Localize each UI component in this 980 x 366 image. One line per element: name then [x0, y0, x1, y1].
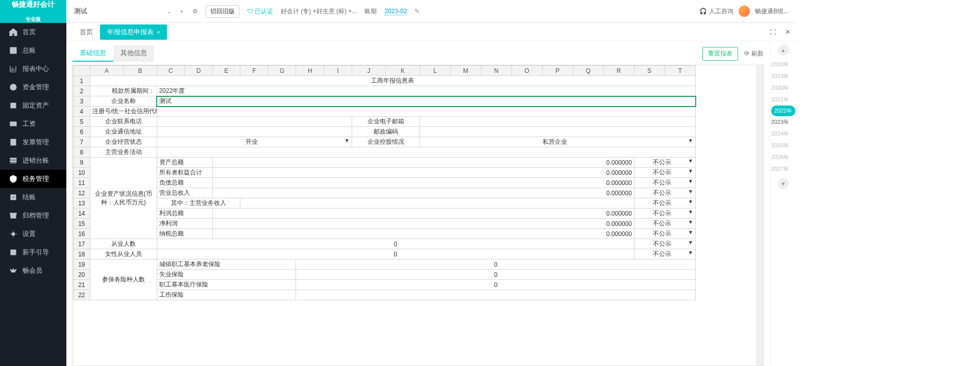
- row-header[interactable]: 22: [74, 290, 90, 300]
- row-header[interactable]: 6: [74, 127, 90, 137]
- scrollbar[interactable]: [756, 65, 763, 365]
- gear-icon[interactable]: ⚙: [192, 8, 198, 15]
- tab-annual-report[interactable]: 年报信息申报表×: [100, 24, 167, 40]
- col-header[interactable]: L: [420, 66, 450, 76]
- row-header[interactable]: 14: [74, 208, 90, 219]
- sidebar-item-salary[interactable]: 工资: [0, 115, 66, 133]
- year-2021年[interactable]: 2021年: [771, 94, 795, 106]
- year-rail: ▲ 2018年2019年2020年2021年2022年2023年2024年202…: [770, 41, 796, 366]
- headset-icon: 🎧: [699, 8, 707, 15]
- col-header[interactable]: G: [268, 66, 296, 76]
- sheet-title[interactable]: 工商年报信息表: [90, 76, 695, 86]
- expand-icon[interactable]: ⛶: [770, 29, 776, 36]
- refresh-icon: ⟳: [744, 50, 749, 57]
- sub-tab-other[interactable]: 其他信息: [113, 45, 154, 62]
- period-value[interactable]: 2023-02: [384, 8, 407, 15]
- customer-service-link[interactable]: 🎧 人工咨询: [699, 7, 733, 16]
- year-2020年[interactable]: 2020年: [771, 82, 795, 94]
- switch-old-button[interactable]: 切回旧版: [206, 5, 239, 18]
- row-header[interactable]: 10: [74, 168, 90, 178]
- col-header[interactable]: J: [352, 66, 386, 76]
- year-2018年[interactable]: 2018年: [771, 59, 795, 70]
- row-header[interactable]: 20: [74, 270, 90, 280]
- year-up-icon[interactable]: ▲: [778, 44, 789, 56]
- col-header[interactable]: Q: [573, 66, 603, 76]
- row-header[interactable]: 16: [74, 229, 90, 239]
- col-header[interactable]: O: [511, 66, 542, 76]
- sidebar-item-settings[interactable]: 设置: [0, 225, 66, 243]
- row-header[interactable]: 8: [74, 147, 90, 158]
- certified-badge: 🛡 已认证: [247, 7, 273, 16]
- col-header[interactable]: T: [665, 66, 695, 76]
- row-header[interactable]: 12: [74, 188, 90, 198]
- year-2023年[interactable]: 2023年: [771, 116, 795, 128]
- sidebar-item-tax[interactable]: 税务管理: [0, 170, 66, 188]
- tab-home[interactable]: 首页: [72, 23, 100, 41]
- tabs-close-icon[interactable]: ×: [786, 28, 790, 37]
- year-2019年[interactable]: 2019年: [771, 70, 795, 82]
- row-header[interactable]: 15: [74, 219, 90, 229]
- sidebar-item-home[interactable]: 首页: [0, 23, 66, 41]
- asset-icon: [9, 101, 17, 110]
- period-label: 账期: [364, 7, 377, 16]
- row-header[interactable]: 5: [74, 117, 90, 127]
- col-header[interactable]: E: [212, 66, 240, 76]
- row-header[interactable]: 19: [74, 259, 90, 270]
- col-header[interactable]: F: [240, 66, 268, 76]
- row-header[interactable]: 9: [74, 158, 90, 168]
- sub-tab-basic[interactable]: 基础信息: [72, 45, 113, 62]
- company-select[interactable]: 测试 ⌄: [74, 7, 171, 16]
- col-header[interactable]: A: [90, 66, 123, 76]
- refresh-button[interactable]: ⟳ 刷新: [744, 49, 764, 58]
- sidebar-item-vip[interactable]: 畅会员: [0, 262, 66, 280]
- year-down-icon[interactable]: ▼: [778, 178, 789, 189]
- row-header[interactable]: 2: [74, 86, 90, 96]
- avatar[interactable]: [739, 6, 750, 17]
- sidebar-item-archive[interactable]: 归档管理: [0, 206, 66, 225]
- sidebar-item-stock[interactable]: 进销台账: [0, 151, 66, 170]
- row-header[interactable]: 1: [74, 76, 90, 86]
- row-header[interactable]: 21: [74, 280, 90, 290]
- col-header[interactable]: R: [603, 66, 634, 76]
- sidebar-item-guide[interactable]: 新手引导: [0, 243, 66, 262]
- row-header[interactable]: 3: [74, 96, 90, 107]
- brand-logo: 畅捷通好会计 专业版: [0, 0, 66, 23]
- col-header[interactable]: M: [450, 66, 481, 76]
- period-edit-icon[interactable]: ✎: [414, 8, 420, 15]
- sidebar-item-chart[interactable]: 报表中心: [0, 60, 66, 78]
- col-header[interactable]: B: [124, 66, 157, 76]
- col-header[interactable]: H: [296, 66, 324, 76]
- stock-icon: [9, 156, 17, 165]
- year-2027年[interactable]: 2027年: [771, 163, 795, 175]
- row-header[interactable]: 18: [74, 249, 90, 259]
- row-header[interactable]: 11: [74, 178, 90, 188]
- spreadsheet[interactable]: ABCDEFGHIJKLMNOPQRST1工商年报信息表2税款所属期间：2022…: [72, 65, 764, 366]
- year-2026年[interactable]: 2026年: [771, 151, 795, 163]
- col-header[interactable]: N: [481, 66, 511, 76]
- col-header[interactable]: C: [157, 66, 185, 76]
- col-header[interactable]: D: [185, 66, 213, 76]
- company-name-cell[interactable]: 测试: [157, 96, 695, 107]
- sidebar-item-close[interactable]: 结账: [0, 188, 66, 206]
- row-header[interactable]: 13: [74, 198, 90, 208]
- col-header[interactable]: S: [634, 66, 665, 76]
- close-icon[interactable]: ×: [157, 29, 160, 35]
- reset-report-button[interactable]: 重置报表: [702, 47, 738, 61]
- col-header[interactable]: K: [386, 66, 420, 76]
- sidebar-item-fund[interactable]: 资金管理: [0, 78, 66, 96]
- col-header[interactable]: [74, 66, 90, 76]
- sidebar-item-ledger[interactable]: 总账: [0, 41, 66, 60]
- sidebar-item-invoice[interactable]: 发票管理: [0, 133, 66, 151]
- topbar: 测试 ⌄ ＋ ⚙ 切回旧版 🛡 已认证 好会计 (专) +好生意 (标) +..…: [66, 0, 796, 23]
- col-header[interactable]: P: [542, 66, 573, 76]
- row-header[interactable]: 7: [74, 137, 90, 147]
- year-2022年[interactable]: 2022年: [771, 106, 795, 116]
- user-name[interactable]: 畅捷通B组...: [755, 7, 789, 16]
- year-2024年[interactable]: 2024年: [771, 128, 795, 140]
- add-icon[interactable]: ＋: [179, 7, 185, 16]
- year-2025年[interactable]: 2025年: [771, 140, 795, 151]
- row-header[interactable]: 17: [74, 239, 90, 249]
- row-header[interactable]: 4: [74, 107, 90, 117]
- sidebar-item-asset[interactable]: 固定资产: [0, 96, 66, 115]
- col-header[interactable]: I: [324, 66, 352, 76]
